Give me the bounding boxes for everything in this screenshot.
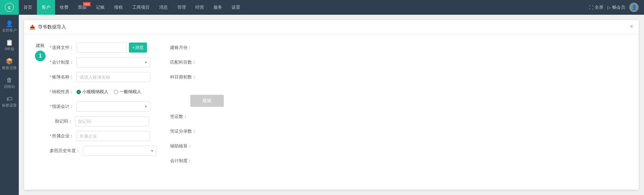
accountant-select[interactable] <box>77 102 150 112</box>
top-navigation: E 首页 客户 收费 票据 new 记账 报税 工商项目 消息 管理 <box>0 0 644 15</box>
build-button[interactable]: 建账 <box>190 95 224 107</box>
user-icon: 👤 <box>6 21 13 27</box>
memo-code-label: 助记码： <box>50 118 72 124</box>
nav-item-fee[interactable]: 收费 <box>55 0 73 15</box>
logo[interactable]: E <box>0 0 19 15</box>
nav-items: 首页 客户 收费 票据 new 记账 报税 工商项目 消息 管理 经营 <box>19 0 589 15</box>
belonging-company-row: *所属企业： <box>50 131 157 141</box>
subject-initial-row: 科目期初数： <box>170 72 244 82</box>
trash-icon: 🗑 <box>6 77 12 83</box>
import-icon: 📥 <box>30 24 35 30</box>
auxiliary-row: 辅助核算： <box>170 141 244 151</box>
avatar[interactable]: 👤 <box>629 3 639 12</box>
accountant-row: *指派会计： ▼ <box>50 102 157 112</box>
fullscreen-button[interactable]: ⛶ 全屏 <box>589 4 603 10</box>
dialog-panel: 📥 导爷数据导入 × 建账 1 *选 <box>24 20 639 190</box>
info-accounting-system-row: 会计制度： <box>170 156 244 166</box>
browse-button[interactable]: +浏览 <box>129 43 147 53</box>
history-year-select[interactable] <box>83 146 157 156</box>
dialog-body: 建账 1 *选择文件： +浏览 <box>24 35 639 171</box>
info-accounting-system-label: 会计制度： <box>170 158 194 164</box>
fullscreen-icon: ⛶ <box>589 5 593 10</box>
voucher-count-row: 凭证数： <box>170 112 244 122</box>
avatar-icon: 👤 <box>631 5 637 10</box>
file-row: +浏览 <box>77 43 147 53</box>
play-icon: ▷ <box>607 5 611 10</box>
declaration-icon: 📋 <box>6 40 13 46</box>
nav-item-home[interactable]: 首页 <box>19 0 37 15</box>
radio-small-taxpayer[interactable]: 小规模纳税人 <box>77 89 108 95</box>
sidebar-item-all-customers[interactable]: 👤 全部客户 <box>0 17 19 36</box>
voucher-records-label: 凭证分录数： <box>170 128 196 134</box>
sidebar-item-tag-settings[interactable]: 🏷 标签设置 <box>0 92 19 111</box>
history-year-row: 参照历史年度： ▼ <box>50 146 157 156</box>
nav-item-message[interactable]: 消息 <box>154 0 172 15</box>
tax-nature-radio-group: 小规模纳税人 一般纳税人 <box>77 89 141 95</box>
nav-item-service[interactable]: 服务 <box>209 0 227 15</box>
history-year-select-wrapper: ▼ <box>83 146 157 156</box>
vip-button[interactable]: ▷ 畅会员 <box>607 4 625 10</box>
nav-item-operation[interactable]: 经营 <box>191 0 209 15</box>
sidebar-item-recycle-bin[interactable]: 🗑 回收站 <box>0 74 19 92</box>
file-select-row: *选择文件： +浏览 <box>50 43 157 53</box>
match-subject-label: 匹配科目数： <box>170 59 196 65</box>
info-panel: 建账月份： 匹配科目数： 科目期初数： 建账 凭证 <box>170 43 244 166</box>
auxiliary-label: 辅助核算： <box>170 143 194 149</box>
nav-item-customer[interactable]: 客户 <box>37 0 55 15</box>
accounting-system-select-wrapper: ▼ <box>77 57 150 67</box>
close-button[interactable]: × <box>630 23 633 29</box>
tax-nature-row: *纳税性质： 小规模纳税人 一般纳税人 <box>50 87 157 97</box>
belonging-company-input[interactable] <box>77 131 150 141</box>
file-input[interactable] <box>77 43 127 53</box>
sidebar-item-account-migration[interactable]: 📦 账套迁移 <box>0 55 19 74</box>
main-layout: 👤 全部客户 📋 0申报 📦 账套迁移 🗑 回收站 🏷 标签设置 📥 导爷数据导… <box>0 15 644 195</box>
accounting-system-label: *会计制度： <box>50 59 74 65</box>
match-subject-row: 匹配科目数： <box>170 57 244 67</box>
history-year-label: 参照历史年度： <box>50 148 80 154</box>
nav-item-settings[interactable]: 设置 <box>227 0 245 15</box>
dialog-header: 📥 导爷数据导入 <box>24 20 639 35</box>
radio-general-taxpayer[interactable]: 一般纳税人 <box>114 89 141 95</box>
tax-nature-label: *纳税性质： <box>50 89 74 95</box>
build-month-row: 建账月份： <box>170 43 244 53</box>
nav-item-manage[interactable]: 管理 <box>172 0 191 15</box>
memo-code-input[interactable] <box>75 116 149 126</box>
file-label: *选择文件： <box>50 45 74 51</box>
accountant-label: *指派会计： <box>50 104 74 110</box>
form-left-section: 建账 1 *选择文件： +浏览 <box>35 43 157 166</box>
nav-item-bookkeeping[interactable]: 记账 <box>91 0 109 15</box>
voucher-records-row: 凭证分录数： <box>170 126 244 136</box>
new-badge: new <box>83 2 91 6</box>
step-text: 建账 <box>36 43 45 49</box>
belonging-company-label: *所属企业： <box>50 133 74 139</box>
nav-item-business[interactable]: 工商项目 <box>128 0 154 15</box>
book-name-row: *账簿名称： <box>50 72 157 82</box>
tag-icon: 🏷 <box>6 96 12 102</box>
voucher-count-label: 凭证数： <box>170 114 194 120</box>
build-month-label: 建账月份： <box>170 45 194 51</box>
content-area: 📥 导爷数据导入 × 建账 1 *选 <box>19 15 644 195</box>
form-column-left: *选择文件： +浏览 *会计制度： <box>50 43 157 156</box>
accountant-select-wrapper: ▼ <box>77 102 150 112</box>
sidebar: 👤 全部客户 📋 0申报 📦 账套迁移 🗑 回收站 🏷 标签设置 <box>0 15 19 195</box>
nav-right: ⛶ 全屏 ▷ 畅会员 👤 <box>589 3 644 12</box>
nav-item-tax[interactable]: 报税 <box>109 0 128 15</box>
step-label: 建账 1 <box>35 43 46 61</box>
step-badge: 1 <box>35 51 46 61</box>
svg-text:E: E <box>8 6 10 10</box>
migration-icon: 📦 <box>6 58 13 64</box>
dialog-title: 导爷数据导入 <box>38 24 66 30</box>
accounting-system-row: *会计制度： ▼ <box>50 57 157 67</box>
logo-icon: E <box>5 3 14 12</box>
build-button-wrapper: 建账 <box>170 92 244 107</box>
book-name-input[interactable] <box>77 72 150 82</box>
accounting-system-select[interactable] <box>77 57 150 67</box>
memo-code-row: 助记码： <box>50 116 157 126</box>
book-name-label: *账簿名称： <box>50 74 74 80</box>
subject-initial-label: 科目期初数： <box>170 74 196 80</box>
nav-item-invoice[interactable]: 票据 new <box>73 0 91 15</box>
sidebar-item-zero-declaration[interactable]: 📋 0申报 <box>0 36 19 55</box>
